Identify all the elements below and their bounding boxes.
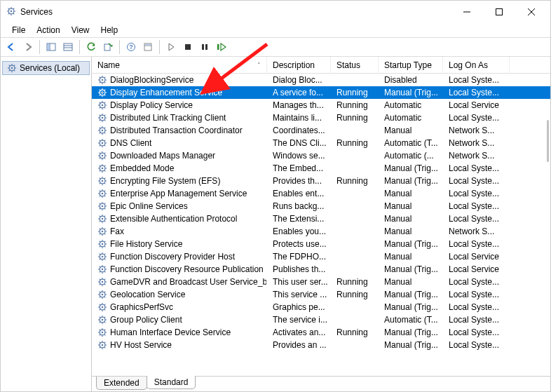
service-icon xyxy=(97,138,107,148)
service-desc: Provides an ... xyxy=(267,339,331,351)
service-desc: Enables you... xyxy=(267,226,331,237)
menu-view[interactable]: View xyxy=(66,25,95,36)
service-icon xyxy=(97,277,107,287)
table-row[interactable]: Function Discovery Provider HostThe FDPH… xyxy=(92,250,550,263)
help-button[interactable]: ? xyxy=(123,39,139,55)
menu-action[interactable]: Action xyxy=(31,25,65,36)
service-desc: The Extensi... xyxy=(267,213,331,224)
svg-point-53 xyxy=(102,256,104,258)
service-status xyxy=(331,344,379,346)
details-view-button[interactable] xyxy=(60,39,76,55)
table-row[interactable]: HV Host ServiceProvides an ...Manual (Tr… xyxy=(92,339,550,351)
table-row[interactable]: Epic Online ServicesRuns backg...ManualL… xyxy=(92,200,550,212)
svg-point-29 xyxy=(102,104,104,107)
tab-extended[interactable]: Extended xyxy=(96,377,147,390)
col-description[interactable]: Description xyxy=(267,57,331,73)
table-row[interactable]: GameDVR and Broadcast User Service_bdbf9… xyxy=(92,276,550,288)
stop-service-button[interactable] xyxy=(180,39,196,55)
service-desc: Dialog Bloc... xyxy=(267,74,331,86)
menu-file[interactable]: File xyxy=(6,25,31,36)
service-icon xyxy=(97,214,107,224)
svg-point-65 xyxy=(102,332,104,334)
service-status: Running xyxy=(331,100,379,111)
table-row[interactable]: Distributed Link Tracking ClientMaintain… xyxy=(92,111,550,124)
services-icon xyxy=(7,63,17,73)
maximize-button[interactable] xyxy=(483,1,515,22)
svg-point-55 xyxy=(102,269,104,271)
service-icon xyxy=(97,100,107,110)
service-icon xyxy=(97,113,107,123)
table-row[interactable]: Human Interface Device ServiceActivates … xyxy=(92,326,550,339)
service-desc: Provides th... xyxy=(267,175,331,187)
col-logon[interactable]: Log On As xyxy=(443,57,510,73)
service-logon: Local Syste... xyxy=(443,327,510,338)
tab-standard[interactable]: Standard xyxy=(147,376,196,389)
table-row[interactable]: Display Policy ServiceManages th...Runni… xyxy=(92,99,550,111)
service-logon: Network S... xyxy=(443,137,510,149)
table-row[interactable]: Extensible Authentication ProtocolThe Ex… xyxy=(92,212,550,225)
list-body[interactable]: DialogBlockingServiceDialog Bloc...Disab… xyxy=(92,74,550,376)
show-hide-tree-button[interactable] xyxy=(43,39,59,55)
service-logon: Local Syste... xyxy=(443,201,510,212)
properties-button[interactable] xyxy=(140,39,156,55)
table-row[interactable]: Distributed Transaction CoordinatorCoord… xyxy=(92,124,550,137)
table-row[interactable]: File History ServiceProtects use...Manua… xyxy=(92,238,550,250)
table-row[interactable]: Function Discovery Resource PublicationP… xyxy=(92,263,550,276)
back-button[interactable] xyxy=(4,39,19,55)
svg-point-31 xyxy=(102,117,104,119)
service-name: Function Discovery Provider Host xyxy=(110,252,235,262)
service-icon xyxy=(97,176,107,186)
table-row[interactable]: GraphicsPerfSvcGraphics pe...Manual (Tri… xyxy=(92,301,550,313)
start-service-button[interactable] xyxy=(163,39,179,55)
export-button[interactable] xyxy=(100,39,116,55)
table-row[interactable]: FaxEnables you...ManualNetwork S... xyxy=(92,225,550,238)
service-icon xyxy=(97,302,107,312)
service-desc: This user ser... xyxy=(267,276,331,288)
service-startup: Manual (Trig... xyxy=(379,264,443,275)
service-logon: Local Service xyxy=(443,264,510,275)
nav-pane: Services (Local) xyxy=(1,57,92,391)
service-status xyxy=(331,155,379,156)
service-name: Distributed Transaction Coordinator xyxy=(110,126,243,135)
table-row[interactable]: Display Enhancement ServiceA service fo.… xyxy=(92,86,550,99)
service-icon xyxy=(97,163,107,173)
service-startup: Automatic (T... xyxy=(379,137,443,149)
service-desc: Maintains li... xyxy=(267,112,331,123)
table-row[interactable]: Group Policy ClientThe service i...Autom… xyxy=(92,313,550,326)
table-row[interactable]: Encrypting File System (EFS)Provides th.… xyxy=(92,175,550,187)
tabstrip: Extended Standard xyxy=(92,376,550,391)
nav-services-local[interactable]: Services (Local) xyxy=(2,61,90,75)
col-startup[interactable]: Startup Type xyxy=(379,57,443,73)
col-status[interactable]: Status xyxy=(331,57,379,73)
app-icon xyxy=(6,6,16,18)
restart-service-button[interactable] xyxy=(214,39,229,55)
service-logon: Local Syste... xyxy=(443,339,510,351)
svg-point-33 xyxy=(102,130,104,132)
table-row[interactable]: Enterprise App Management ServiceEnables… xyxy=(92,187,550,200)
forward-button[interactable] xyxy=(20,39,36,55)
service-icon xyxy=(97,239,107,249)
svg-point-51 xyxy=(102,243,104,245)
svg-point-35 xyxy=(102,142,104,144)
service-status: Running xyxy=(331,87,379,98)
table-row[interactable]: Embedded ModeThe Embed...Manual (Trig...… xyxy=(92,162,550,175)
refresh-button[interactable] xyxy=(83,39,99,55)
svg-point-27 xyxy=(102,92,104,94)
minimize-button[interactable] xyxy=(451,1,483,22)
svg-rect-19 xyxy=(202,44,204,50)
svg-point-61 xyxy=(102,306,104,309)
table-row[interactable]: DialogBlockingServiceDialog Bloc...Disab… xyxy=(92,74,550,86)
service-logon: Local Syste... xyxy=(443,163,510,174)
svg-point-45 xyxy=(102,205,104,208)
table-row[interactable]: Geolocation ServiceThis service ...Runni… xyxy=(92,288,550,301)
svg-point-63 xyxy=(102,319,104,321)
menu-help[interactable]: Help xyxy=(95,25,124,36)
service-logon: Local Syste... xyxy=(443,175,510,187)
table-row[interactable]: DNS ClientThe DNS Cli...RunningAutomatic… xyxy=(92,137,550,149)
pause-service-button[interactable] xyxy=(197,39,212,55)
table-row[interactable]: Downloaded Maps ManagerWindows se...Auto… xyxy=(92,149,550,162)
col-name[interactable]: Name˄ xyxy=(92,57,267,73)
service-name: Display Policy Service xyxy=(110,100,193,110)
service-icon xyxy=(97,327,107,337)
close-button[interactable] xyxy=(515,1,547,22)
